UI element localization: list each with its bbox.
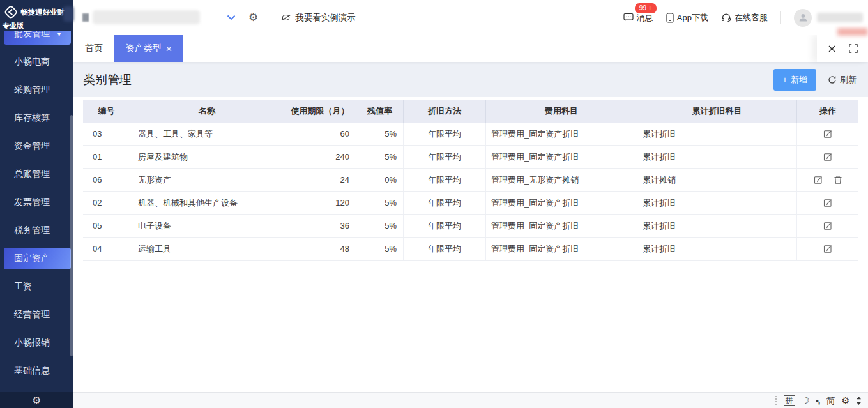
sidebar-footer: ⚙ [0, 392, 73, 408]
cell-name: 运输工具 [130, 238, 284, 260]
edit-icon[interactable] [823, 221, 833, 230]
cell-name: 无形资产 [130, 169, 284, 191]
brand-logo-icon [3, 4, 19, 20]
table-row: 06无形资产240%年限平均管理费用_无形资产摊销累计摊销 [83, 169, 858, 192]
sidebar-item[interactable]: 发票管理 [0, 188, 73, 216]
close-all-tabs-icon[interactable] [828, 45, 836, 53]
sidebar-settings-gear-icon[interactable]: ⚙ [33, 395, 41, 405]
edit-icon[interactable] [823, 244, 833, 253]
sidebar-item[interactable]: 资金管理 [0, 132, 73, 160]
settings-gear-icon[interactable]: ⚙ [248, 12, 258, 23]
sidebar-item[interactable]: 工资 [0, 273, 73, 301]
edit-icon[interactable] [823, 129, 833, 139]
ime-pinyin-indicator[interactable]: 拼 [784, 395, 795, 406]
delete-icon[interactable] [834, 175, 842, 185]
cell-rate: 0% [356, 169, 404, 191]
sidebar-item[interactable]: 小畅报销 [0, 329, 73, 357]
online-service-link[interactable]: 在线客服 [721, 12, 768, 24]
cell-method: 年限平均 [404, 169, 486, 191]
cell-months: 36 [284, 215, 356, 237]
cell-method: 年限平均 [404, 192, 486, 214]
cell-accum: 累计摊销 [637, 169, 797, 191]
sidebar-item[interactable]: 税务管理 [0, 216, 73, 245]
cell-rate: 5% [356, 123, 404, 145]
messages-badge: 99 + [634, 2, 658, 15]
cell-method: 年限平均 [404, 215, 486, 237]
ime-simplified-indicator[interactable]: 简 [826, 396, 835, 405]
cell-expense: 管理费用_固定资产折旧 [486, 123, 637, 145]
app-download-label: App下载 [677, 12, 708, 24]
cell-expense: 管理费用_固定资产折旧 [486, 192, 637, 214]
ime-halfwidth-moon-icon[interactable]: ☽ [802, 396, 810, 405]
refresh-button[interactable]: 刷新 [828, 74, 857, 86]
cell-rate: 5% [356, 146, 404, 168]
cell-accum: 累计折旧 [637, 215, 797, 237]
tab-close-icon[interactable] [166, 46, 172, 52]
user-menu[interactable] [794, 9, 863, 27]
column-header: 残值率 [356, 100, 404, 123]
brand-redaction-blur [63, 6, 73, 22]
sidebar-item[interactable]: 小畅电商 [0, 48, 73, 76]
ime-settings-gear-icon[interactable]: ⚙ [841, 396, 849, 405]
sidebar-item-label: 小畅电商 [14, 56, 50, 68]
cell-method: 年限平均 [404, 146, 486, 168]
add-button[interactable]: + 新增 [773, 69, 816, 91]
demo-label: 我要看实例演示 [295, 12, 356, 24]
ime-drag-handle[interactable] [775, 396, 777, 405]
tab-controls [817, 35, 868, 62]
cell-actions [797, 146, 858, 168]
tab-1[interactable]: 资产类型 [114, 35, 183, 62]
brand-name: 畅捷通好业财 [20, 8, 65, 17]
cell-code: 06 [83, 169, 130, 191]
page-title: 类别管理 [83, 72, 132, 88]
sidebar-item-label: 发票管理 [14, 197, 50, 208]
column-header: 名称 [130, 100, 284, 123]
sidebar-item[interactable]: 基础信息 [0, 357, 73, 385]
app-download-link[interactable]: App下载 [666, 12, 708, 24]
sidebar-item-label: 资金管理 [14, 140, 50, 152]
ime-expand-collapse-icon[interactable] [856, 397, 862, 405]
sidebar-item[interactable]: 经营管理 [0, 301, 73, 329]
sidebar-item-active[interactable]: 固定资产 [0, 245, 73, 273]
sidebar-item[interactable]: 总账管理 [0, 160, 73, 188]
chevron-down-icon[interactable] [227, 15, 236, 20]
divider [270, 11, 270, 24]
sidebar-item[interactable]: 库存核算 [0, 104, 73, 132]
cell-accum: 累计折旧 [637, 192, 797, 214]
table-body: 03器具、工具、家具等605%年限平均管理费用_固定资产折旧累计折旧01房屋及建… [83, 123, 858, 261]
sidebar-item[interactable]: 采购管理 [0, 76, 73, 104]
tab-label: 首页 [85, 43, 103, 54]
tab-bar: 首页资产类型 [73, 35, 868, 62]
category-table: 编号名称使用期限（月）残值率折旧方法费用科目累计折旧科目操作 03器具、工具、家… [83, 100, 858, 261]
cell-name: 器具、工具、家具等 [130, 123, 284, 145]
brand-edition: 专业版 [3, 21, 24, 31]
sidebar-item-label: 基础信息 [14, 365, 50, 377]
messages-link[interactable]: 99 + 消息 [623, 12, 653, 24]
caret-down-icon: ▾ [57, 31, 61, 38]
cell-months: 240 [284, 146, 356, 168]
content-area: 编号名称使用期限（月）残值率折旧方法费用科目累计折旧科目操作 03器具、工具、家… [73, 97, 868, 392]
cell-expense: 管理费用_固定资产折旧 [486, 238, 637, 260]
cell-rate: 5% [356, 192, 404, 214]
tab-0[interactable]: 首页 [73, 35, 114, 62]
cell-code: 05 [83, 215, 130, 237]
cell-actions [797, 215, 858, 237]
edit-icon[interactable] [823, 152, 833, 162]
ime-punctuation-icon[interactable]: •, [816, 396, 819, 405]
fullscreen-icon[interactable] [849, 44, 858, 53]
demo-link[interactable]: 我要看实例演示 [280, 12, 356, 24]
bottom-bar: 拼 ☽ •, 简 ⚙ [73, 392, 868, 408]
headset-icon [721, 13, 731, 22]
edit-icon[interactable] [814, 175, 823, 185]
cell-months: 24 [284, 169, 356, 191]
cell-months: 120 [284, 192, 356, 214]
demo-planet-icon [280, 13, 291, 22]
refresh-button-label: 刷新 [840, 74, 857, 86]
sidebar-item-label: 采购管理 [14, 84, 50, 96]
column-header: 操作 [797, 100, 858, 123]
sidebar-scrollbar[interactable] [70, 115, 73, 356]
cell-accum: 累计折旧 [637, 238, 797, 260]
cell-code: 03 [83, 123, 130, 145]
org-selector[interactable] [82, 6, 236, 29]
edit-icon[interactable] [823, 198, 833, 208]
